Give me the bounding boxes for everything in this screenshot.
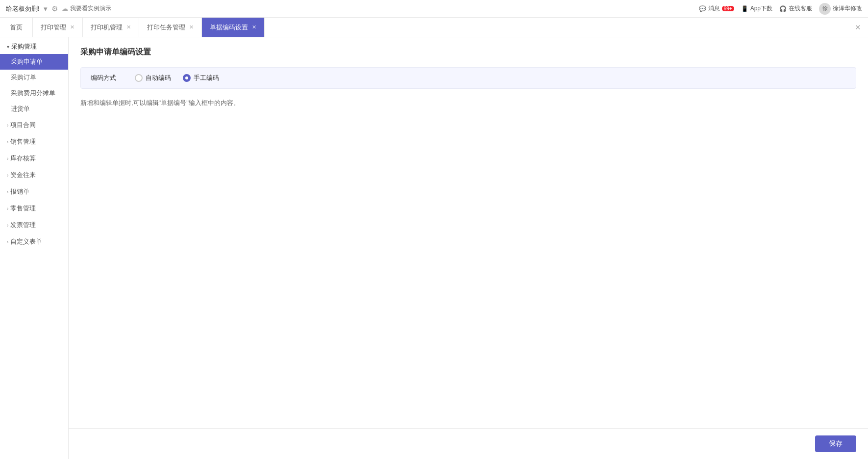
top-bar: 给老板勿删! ▾ ⚙ ☁ 我要看实例演示 💬 消息 99+ 📱 App下数 🎧 …: [0, 0, 868, 18]
demo-link[interactable]: ☁ 我要看实例演示: [62, 4, 111, 13]
sidebar-group-procurement[interactable]: ▾ 采购管理: [0, 37, 68, 54]
hint-text: 新增和编辑单据时,可以编辑"单据编号"输入框中的内容。: [80, 99, 856, 107]
main-layout: ▾ 采购管理 采购申请单 采购订单 采购费用分摊单 进货单 › 项目合同 › 销…: [0, 37, 868, 459]
phone-icon: 📱: [741, 5, 748, 12]
radio-auto-circle[interactable]: [135, 74, 143, 82]
sidebar-group-inventory[interactable]: › 库存核算: [0, 150, 68, 167]
sidebar-group-sales[interactable]: › 销售管理: [0, 133, 68, 150]
tab-doc-encoding-close[interactable]: ✕: [252, 24, 256, 30]
message-label: 消息: [708, 4, 720, 13]
chevron-down-icon[interactable]: ▾: [44, 4, 48, 13]
tab-print-task[interactable]: 打印任务管理 ✕: [139, 18, 202, 37]
message-action[interactable]: 💬 消息 99+: [699, 4, 734, 13]
cloud-icon: ☁: [62, 5, 68, 12]
app-download-action[interactable]: 📱 App下数: [741, 4, 772, 13]
tab-doc-encoding-label: 单据编码设置: [210, 23, 248, 32]
tab-print-manage-label: 打印管理: [41, 23, 66, 32]
radio-manual-option[interactable]: 手工编码: [183, 74, 219, 82]
page-title: 采购申请单编码设置: [80, 47, 856, 57]
top-bar-left: 给老板勿删! ▾ ⚙ ☁ 我要看实例演示: [6, 4, 111, 13]
save-button[interactable]: 保存: [815, 435, 856, 452]
user-info[interactable]: 徐 徐泽华修改: [819, 3, 862, 15]
sidebar: ▾ 采购管理 采购申请单 采购订单 采购费用分摊单 进货单 › 项目合同 › 销…: [0, 37, 69, 459]
tab-print-task-label: 打印任务管理: [147, 23, 185, 32]
arrow-retail: ›: [7, 206, 8, 211]
online-service-action[interactable]: 🎧 在线客服: [779, 4, 812, 13]
tab-print-task-close[interactable]: ✕: [189, 24, 194, 30]
online-service-label: 在线客服: [789, 4, 812, 13]
top-bar-right: 💬 消息 99+ 📱 App下数 🎧 在线客服 徐 徐泽华修改: [699, 3, 862, 15]
arrow-inventory: ›: [7, 156, 8, 161]
radio-auto-label: 自动编码: [146, 74, 171, 82]
tab-print-manage[interactable]: 打印管理 ✕: [33, 18, 83, 37]
sidebar-item-inbound[interactable]: 进货单: [0, 101, 68, 117]
tab-home-label: 首页: [10, 23, 23, 32]
radio-auto-option[interactable]: 自动编码: [135, 74, 171, 82]
content-body: 采购申请单编码设置 编码方式 自动编码 手工编码 新增和编辑单据时,可以编辑"单…: [69, 37, 868, 428]
group-arrow-procurement: ▾: [7, 44, 9, 50]
user-name: 徐泽华修改: [833, 4, 862, 13]
radio-manual-circle[interactable]: [183, 74, 191, 82]
tab-bar: 首页 打印管理 ✕ 打印机管理 ✕ 打印任务管理 ✕ 单据编码设置 ✕ ✕: [0, 18, 868, 37]
app-download-label: App下数: [750, 4, 772, 13]
sidebar-item-purchase-expense[interactable]: 采购费用分摊单: [0, 85, 68, 101]
brand-label: 给老板勿删!: [6, 4, 40, 13]
sidebar-item-purchase-request[interactable]: 采购申请单: [0, 54, 68, 70]
sidebar-group-project[interactable]: › 项目合同: [0, 117, 68, 133]
arrow-custom: ›: [7, 239, 8, 245]
headset-icon: 🎧: [779, 5, 787, 12]
content-footer: 保存: [69, 428, 868, 459]
arrow-finance: ›: [7, 173, 8, 178]
settings-icon[interactable]: ⚙: [51, 4, 58, 13]
sidebar-group-expense[interactable]: › 报销单: [0, 183, 68, 200]
message-badge: 99+: [722, 6, 734, 11]
arrow-project: ›: [7, 123, 8, 128]
tab-doc-encoding[interactable]: 单据编码设置 ✕: [202, 18, 265, 37]
sidebar-item-purchase-order[interactable]: 采购订单: [0, 70, 68, 85]
sidebar-group-finance[interactable]: › 资金往来: [0, 167, 68, 183]
tab-printer-manage-label: 打印机管理: [91, 23, 123, 32]
arrow-sales: ›: [7, 139, 8, 145]
avatar: 徐: [819, 3, 831, 15]
encoding-section: 编码方式 自动编码 手工编码: [80, 67, 856, 89]
sidebar-group-invoice[interactable]: › 发票管理: [0, 217, 68, 233]
encoding-label: 编码方式: [91, 74, 120, 82]
sidebar-group-retail[interactable]: › 零售管理: [0, 200, 68, 217]
arrow-expense: ›: [7, 189, 8, 195]
tab-printer-manage-close[interactable]: ✕: [126, 24, 131, 30]
message-icon: 💬: [699, 5, 706, 12]
tab-home[interactable]: 首页: [0, 18, 33, 37]
arrow-invoice: ›: [7, 223, 8, 228]
tab-print-manage-close[interactable]: ✕: [70, 24, 74, 30]
content-area: 采购申请单编码设置 编码方式 自动编码 手工编码 新增和编辑单据时,可以编辑"单…: [69, 37, 868, 459]
tab-printer-manage[interactable]: 打印机管理 ✕: [83, 18, 139, 37]
radio-manual-label: 手工编码: [194, 74, 219, 82]
demo-text: 我要看实例演示: [70, 4, 111, 13]
group-label-procurement: 采购管理: [11, 42, 37, 51]
sidebar-group-custom[interactable]: › 自定义表单: [0, 233, 68, 250]
page-close-icon[interactable]: ✕: [852, 23, 864, 32]
